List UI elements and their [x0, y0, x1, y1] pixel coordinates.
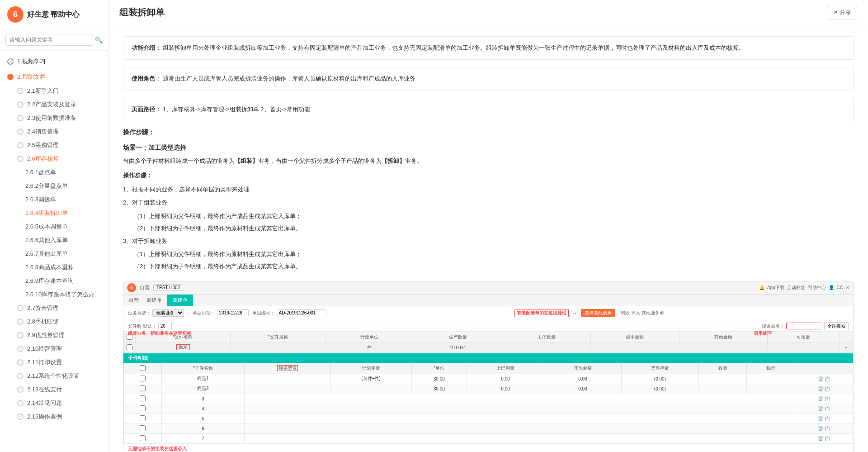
sidebar-item-purchase[interactable]: + 2.5采购管理: [0, 138, 108, 152]
sidebar-item-cases[interactable]: + 2.15操作案例: [0, 410, 108, 423]
sidebar-item-cost-adj[interactable]: 2.6.5成本调整单: [0, 220, 108, 233]
sidebar-item-stocktake[interactable]: 2.6.1盘点单: [0, 166, 108, 179]
mock-lower-header: 子件明细: [123, 353, 853, 363]
mock-uh-8: 可用量: [768, 332, 840, 343]
mock-lower-select-all[interactable]: [140, 365, 146, 371]
sidebar-item-data[interactable]: + 2.3使用前数据准备: [0, 111, 108, 125]
mock-ur-spec: [231, 343, 326, 352]
plus-icon-newuser: +: [17, 88, 24, 94]
mock-search-btn[interactable]: 全库搜索: [824, 322, 849, 330]
sidebar-item-mobile-label: 2.8手机旺铺: [27, 318, 59, 326]
sidebar-item-stock-ledger[interactable]: 2.6.9库存账本查询: [0, 274, 108, 288]
sidebar-item-finance[interactable]: + 2.7资金管理: [0, 301, 108, 315]
mock-lh-7: 需库存量: [621, 363, 698, 374]
sidebar-item-customization[interactable]: + 2.12系统个性化设置: [0, 369, 108, 383]
sidebar-item-ledger-issue[interactable]: 2.6.10库存账本错了怎么办: [0, 288, 108, 301]
sidebar-item-video[interactable]: + 1.视频学习: [0, 54, 108, 69]
sidebar-item-transfer[interactable]: 2.6.3调拨单: [0, 193, 108, 206]
mock-ur-qty: 10.00+1: [414, 343, 502, 352]
search-button[interactable]: 🔍: [95, 36, 103, 43]
mock-type-select[interactable]: 组装业务 拆卸业务: [152, 309, 184, 317]
mock-lr1-spec: [245, 374, 330, 384]
sidebar-item-install[interactable]: + 2.2产品安装及登录: [0, 98, 108, 111]
mock-type-label: 业务类型：: [128, 310, 151, 316]
plus-icon-install: +: [17, 101, 24, 108]
mock-uh-5: 工序数量: [502, 332, 591, 343]
mock-lh-9: 税价: [747, 363, 795, 374]
step2-sub1: （1）上部明细为父件明细，最终作为产成品生成某其它入库单；: [123, 211, 854, 221]
mock-rows-input[interactable]: [158, 323, 172, 329]
sidebar-item-print[interactable]: + 2.11打印设置: [0, 356, 108, 369]
mock-row-check: [124, 343, 136, 352]
step3-sub2: （2）下部明细为子件明细，最终作为产成品生成某其它入库单。: [123, 261, 854, 271]
mock-row-checkbox[interactable]: [127, 344, 132, 350]
sidebar-item-sales[interactable]: + 2.4销售管理: [0, 125, 108, 138]
table-row: 米米 件 10.00+1 +: [124, 343, 853, 352]
sidebar-item-docs[interactable]: − 2.帮助文档: [0, 70, 108, 84]
sidebar-item-assembly-label: 2.6.4组装拆卸单: [25, 209, 68, 217]
sidebar-item-inventory[interactable]: − 2.6库存核算: [0, 152, 108, 166]
mock-uh-6: 成本金额: [590, 332, 679, 343]
sidebar-nav: + 1.视频学习 − 2.帮助文档 + 2.1新手入门 + 2.2产品安装及登录: [0, 51, 108, 452]
mock-user-cc: CC: [837, 285, 843, 290]
mock-lr2-ops: 🗑️ 📋: [795, 384, 853, 394]
mock-lower-table-head: *子件名称 规格型号 计划用量 *单位 上已用量 其他金额 需库存量 数量 税价: [124, 363, 853, 374]
mock-lh-3: 计划用量: [330, 363, 411, 374]
mock-lr2-price: [747, 384, 795, 394]
sidebar-item-partial-stocktake-label: 2.6.2分量盘点单: [25, 182, 68, 190]
mock-lr7-num: 7: [161, 433, 244, 443]
search-input[interactable]: [5, 34, 93, 46]
share-button[interactable]: ↗ 分享: [827, 6, 857, 19]
sidebar-item-other-out[interactable]: 2.6.7其他出库单: [0, 247, 108, 261]
sidebar-item-cases-label: 2.15操作案例: [27, 413, 62, 421]
mock-assembly-select-btn[interactable]: 选择装配清单: [581, 309, 615, 317]
mock-lower-row1-check[interactable]: [140, 376, 146, 381]
path-label: 页面路径：: [132, 106, 161, 113]
mock-ur-name: 米米: [136, 343, 231, 352]
mock-nav-purchase[interactable]: 新建单: [143, 295, 165, 306]
sidebar-item-faq[interactable]: + 2.14常见问题: [0, 396, 108, 410]
sidebar-item-cost-adj-label: 2.6.5成本调整单: [25, 223, 68, 231]
mock-ur-op: +: [840, 343, 853, 352]
mock-upper-table-head: *父件名称 *父件规格 计量单位 生产数量 工序数量 成本金额 其他金额 可用量: [124, 332, 853, 343]
minus-icon: −: [7, 74, 14, 80]
minus-icon-inventory: −: [17, 156, 24, 162]
sidebar-item-other-in[interactable]: 2.6.6其他入库单: [0, 233, 108, 247]
mock-lr1-other: 0.00: [544, 374, 622, 384]
sidebar-item-faq-label: 2.14常见问题: [27, 399, 62, 407]
ops-steps-label: 操作步骤：: [123, 170, 854, 181]
mock-tab-active[interactable]: 新建单: [167, 295, 193, 306]
mock-search-input[interactable]: [786, 323, 822, 329]
sidebar-item-transfer-label: 2.6.3调拨单: [25, 195, 56, 204]
sidebar-item-payment[interactable]: + 2.13在线支付: [0, 383, 108, 396]
mock-ur-avail: [768, 343, 840, 352]
sidebar-item-business[interactable]: + 2.10经营管理: [0, 342, 108, 356]
sidebar-item-cost-recalc[interactable]: 2.6.8商品成本重算: [0, 261, 108, 274]
table-row: 4 🗑️ 📋: [124, 404, 853, 414]
mock-nav-home[interactable]: 自营: [125, 295, 142, 306]
mock-lr6-num: 6: [161, 423, 244, 433]
mock-lr2-plan: [330, 384, 411, 394]
mock-avatar: 👤: [829, 285, 834, 290]
sidebar-item-coupon[interactable]: + 2.9优惠券管理: [0, 328, 108, 342]
sidebar-item-partial-stocktake[interactable]: 2.6.2分量盘点单: [0, 179, 108, 193]
ops-section: 操作步骤： 场景一：加工类型选择 当由多个子件材料组装成一个成品的业务为【组装】…: [123, 128, 854, 272]
mock-lower-header-row: *子件名称 规格型号 计划用量 *单位 上已用量 其他金额 需库存量 数量 税价: [124, 363, 853, 374]
table-row: 商品2 30.00 0.00 0.00 (0.00) 🗑️ 📋: [124, 384, 853, 394]
function-intro-label: 功能介绍：: [132, 44, 161, 51]
mock-uh-2: *父件规格: [231, 332, 326, 343]
mock-lr1-plan: (与件+件): [330, 374, 411, 384]
mock-uh-4: 生产数量: [414, 332, 502, 343]
mock-lower-row2-check[interactable]: [140, 385, 146, 391]
plus-icon-business: +: [17, 346, 24, 352]
mock-date-input[interactable]: [217, 309, 249, 316]
plus-icon-purchase: +: [17, 142, 24, 148]
plus-icon-finance: +: [17, 305, 24, 311]
mock-menu: 自营: [140, 284, 150, 291]
mock-topbar: 6 自营 TEST-H002 🔔 App下载 启动标签 帮助中心 👤 CC ✕: [123, 281, 853, 295]
sidebar-item-assembly[interactable]: 2.6.4组装拆卸单: [0, 206, 108, 220]
sidebar-item-newuser[interactable]: + 2.1新手入门: [0, 84, 108, 98]
sidebar-item-mobile[interactable]: + 2.8手机旺铺: [0, 315, 108, 328]
mock-extra-btns: 销毁 导入 其他业务单: [621, 310, 664, 316]
mock-code-input[interactable]: [277, 309, 326, 316]
